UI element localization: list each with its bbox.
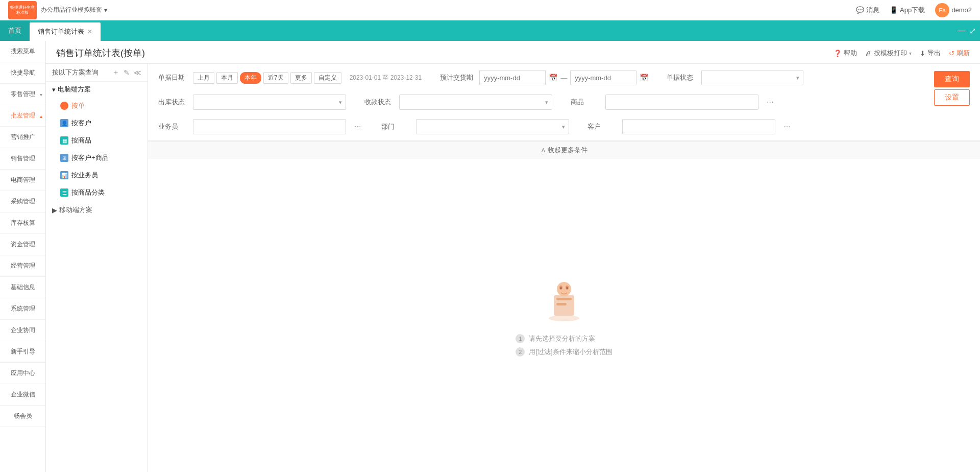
collapse-bar[interactable]: ∧ 收起更多条件 [148, 141, 980, 159]
print-icon: 🖨 [865, 50, 872, 57]
collapse-panel-icon[interactable]: ≪ [134, 68, 141, 77]
date-label: 单据日期 [158, 73, 187, 82]
mobile-scheme-label: 移动端方案 [59, 205, 92, 215]
sidebar-item-wholesale[interactable]: 批发管理▴ [0, 105, 45, 127]
goods-label: 商品 [571, 98, 599, 107]
scheme-item-by-customer[interactable]: 👤 按客户 [52, 114, 148, 132]
edit-scheme-icon[interactable]: ✎ [124, 68, 130, 77]
sidebar-item-basic[interactable]: 基础信息 [0, 277, 45, 298]
sidebar-item-retail[interactable]: 零售管理▾ [0, 84, 45, 105]
page-title: 销售订单统计表(按单) [56, 47, 145, 59]
scheme-label-by-category: 按商品分类 [71, 188, 105, 197]
salesperson-more-btn[interactable]: ··· [352, 122, 363, 131]
sales-stat-tab-label: 销售订单统计表 [38, 27, 84, 36]
scheme-item-by-product[interactable]: ▦ 按商品 [52, 132, 148, 149]
status-label: 单据状态 [667, 73, 695, 82]
left-panel: 按以下方案查询 ＋ ✎ ≪ ▾ 电脑端方案 按单 [46, 64, 148, 472]
sidebar-item-purchase[interactable]: 采购管理 [0, 191, 45, 213]
export-btn[interactable]: ⬇ 导出 [920, 49, 941, 58]
sidebar-item-finance[interactable]: 资金管理 [0, 234, 45, 255]
user-profile-btn[interactable]: Ea demo2 [935, 3, 972, 17]
sidebar-item-appcenter[interactable]: 应用中心 [0, 363, 45, 384]
filter-row-3: 业务员 ··· 部门 客户 [158, 119, 926, 134]
sidebar-item-member[interactable]: 畅会员 [0, 406, 45, 427]
export-icon: ⬇ [920, 50, 925, 57]
scheme-group-pc-title[interactable]: ▾ 电脑端方案 [46, 82, 148, 97]
app-download-btn[interactable]: 📱 App下载 [890, 6, 925, 15]
out-status-label: 出库状态 [158, 98, 187, 107]
sidebar: 搜索菜单 快捷导航 零售管理▾ 批发管理▴ 营销推广 销售管理 电商管理 采购管… [0, 41, 46, 472]
customer-input[interactable] [622, 119, 775, 134]
scheme-label-by-order: 按单 [71, 101, 85, 110]
salesperson-label: 业务员 [158, 122, 187, 131]
sidebar-item-enterprise-wx[interactable]: 企业微信 [0, 384, 45, 406]
filter-panel: 单据日期 上月 本月 本年 近7天 更多 自定义 2023-01-01 至 20… [148, 64, 980, 141]
help-btn[interactable]: ❓ 帮助 [834, 49, 857, 58]
page-actions: ❓ 帮助 🖨 按模板打印 ▾ ⬇ 导出 ↺ 刷新 [834, 49, 970, 58]
date-btn-last-month[interactable]: 上月 [193, 72, 214, 84]
help-icon: ❓ [834, 50, 842, 57]
print-dropdown-icon: ▾ [909, 51, 912, 56]
messages-btn[interactable]: 💬 消息 [856, 6, 879, 15]
expected-date-end-input[interactable] [570, 70, 636, 85]
refresh-btn[interactable]: ↺ 刷新 [949, 49, 970, 58]
company-selector[interactable]: 办公用品行业模拟账套 ▾ [41, 6, 107, 14]
status-select-wrapper [701, 70, 803, 85]
maximize-icon[interactable]: ⤢ [969, 26, 976, 36]
sidebar-item-marketing[interactable]: 营销推广 [0, 127, 45, 148]
top-bar-right: 💬 消息 📱 App下载 Ea demo2 [856, 3, 972, 17]
filter-main-row: 单据日期 上月 本月 本年 近7天 更多 自定义 2023-01-01 至 20… [158, 70, 970, 134]
goods-more-btn[interactable]: ··· [765, 98, 775, 107]
sidebar-item-enterprise[interactable]: 企业协同 [0, 320, 45, 341]
scheme-icon-by-customer: 👤 [60, 119, 68, 127]
sidebar-item-operation[interactable]: 经营管理 [0, 255, 45, 277]
add-scheme-icon[interactable]: ＋ [112, 68, 119, 77]
scheme-item-by-category[interactable]: ☰ 按商品分类 [52, 184, 148, 201]
goods-input[interactable] [605, 95, 758, 110]
logo: 畅捷通好生意 标准版 [8, 1, 37, 19]
svg-point-8 [567, 287, 568, 289]
salesperson-input[interactable] [193, 119, 346, 134]
scheme-item-by-salesperson[interactable]: 📊 按业务员 [52, 167, 148, 184]
calendar-start-icon[interactable]: 📅 [549, 74, 557, 82]
scheme-sub-items: 按单 👤 按客户 ▦ 按商品 ⊞ 按客户+商品 [46, 97, 148, 201]
hint-num-2: 2 [516, 347, 525, 357]
minimize-icon[interactable]: — [957, 26, 965, 35]
date-btn-custom[interactable]: 自定义 [314, 72, 341, 84]
close-tab-icon[interactable]: ✕ [87, 28, 92, 35]
sidebar-item-ecom[interactable]: 电商管理 [0, 170, 45, 191]
scheme-icon-by-order [60, 102, 68, 110]
expected-date-start-input[interactable] [479, 70, 546, 85]
receipt-status-select[interactable] [399, 95, 552, 110]
sidebar-item-quick-nav[interactable]: 快捷导航 [0, 62, 45, 84]
status-select[interactable] [701, 70, 803, 85]
scheme-icon-by-product: ▦ [60, 136, 68, 145]
out-status-select[interactable] [193, 95, 346, 110]
print-template-btn[interactable]: 🖨 按模板打印 ▾ [865, 49, 912, 58]
query-btn[interactable]: 查询 [934, 71, 970, 87]
sidebar-item-system[interactable]: 系统管理 [0, 298, 45, 320]
date-btn-this-month[interactable]: 本月 [216, 72, 238, 84]
empty-hint-2: 2 用[过滤]条件来缩小分析范围 [516, 347, 612, 357]
tab-home[interactable]: 首页 [0, 20, 30, 41]
dept-select[interactable] [416, 119, 569, 134]
date-btn-last7[interactable]: 近7天 [263, 72, 288, 84]
sidebar-item-inventory[interactable]: 库存核算 [0, 213, 45, 234]
sidebar-item-sales[interactable]: 销售管理 [0, 148, 45, 170]
date-btn-this-year[interactable]: 本年 [240, 72, 261, 84]
date-input-wrapper: 📅 — 📅 [479, 70, 648, 85]
tab-sales-stat[interactable]: 销售订单统计表 ✕ [30, 22, 101, 41]
customer-more-btn[interactable]: ··· [781, 122, 792, 131]
username: demo2 [951, 6, 972, 14]
sidebar-item-search-menu[interactable]: 搜索菜单 [0, 41, 45, 62]
calendar-end-icon[interactable]: 📅 [640, 74, 648, 82]
mobile-scheme-group[interactable]: ▶ 移动端方案 [46, 201, 148, 219]
scheme-item-by-customer-product[interactable]: ⊞ 按客户+商品 [52, 149, 148, 167]
expected-date-label: 预计交货期 [440, 73, 473, 82]
settings-btn[interactable]: 设置 [934, 89, 970, 106]
scheme-item-by-order[interactable]: 按单 [52, 97, 148, 114]
svg-point-0 [549, 315, 579, 321]
sidebar-item-guide[interactable]: 新手引导 [0, 341, 45, 363]
filter-row-2: 出库状态 收款状态 [158, 95, 926, 110]
date-btn-more[interactable]: 更多 [290, 72, 312, 84]
